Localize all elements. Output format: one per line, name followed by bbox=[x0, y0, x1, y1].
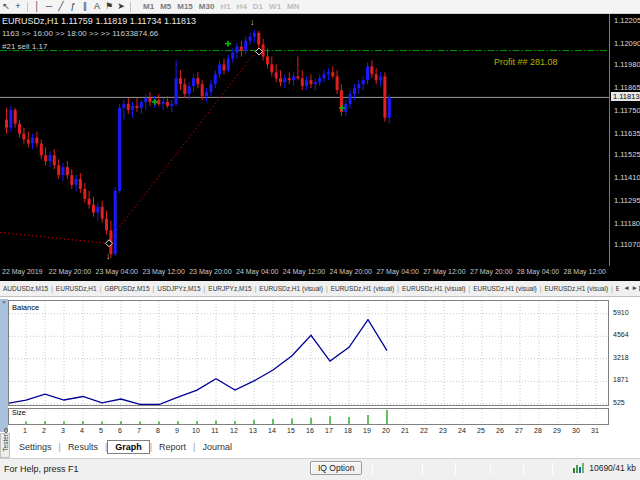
chart-tab[interactable]: EURUSDz,H1 (visual) bbox=[328, 285, 398, 292]
tester-tab-settings[interactable]: Settings bbox=[12, 441, 59, 453]
balance-graph-panel[interactable] bbox=[8, 300, 609, 406]
chart-tab[interactable]: AUDUSDz,M15 bbox=[0, 285, 51, 292]
price-tick: 1.11980 bbox=[614, 60, 640, 69]
trade-tick: 2 bbox=[38, 427, 50, 434]
fibonacci-icon[interactable]: ƒ bbox=[67, 0, 79, 13]
arrows-icon[interactable]: ➤ bbox=[115, 0, 127, 13]
time-tick: 28 May 12:00 bbox=[564, 268, 606, 275]
horizontal-line-icon[interactable]: ─ bbox=[43, 0, 55, 13]
timeframe-m1[interactable]: M1 bbox=[143, 2, 154, 11]
time-tick: 27 May 04:00 bbox=[376, 268, 418, 275]
toolbar-separator bbox=[27, 2, 28, 12]
time-tick: 23 May 04:00 bbox=[96, 268, 138, 275]
price-tick: 1.11295 bbox=[614, 196, 640, 205]
tester-tab-report[interactable]: Report bbox=[152, 441, 193, 453]
text-icon[interactable]: A bbox=[91, 0, 103, 13]
trade-tick: 28 bbox=[532, 427, 544, 434]
trade-tick: 10 bbox=[190, 427, 202, 434]
timeframe-m5[interactable]: M5 bbox=[160, 2, 171, 11]
scroll-left-icon[interactable]: ◄ bbox=[623, 284, 629, 291]
trade-tick: 22 bbox=[418, 427, 430, 434]
panel-edge[interactable]: × bbox=[0, 299, 8, 432]
chart-tab-bar: AUDUSDz,M15|EURUSDz,H1|GBPUSDz,M15|USDJP… bbox=[0, 281, 640, 297]
time-tick: 28 May 04:00 bbox=[517, 268, 559, 275]
tester-tab-journal[interactable]: Journal bbox=[195, 441, 239, 453]
chart-tab[interactable]: EURUSDz,H1 bbox=[53, 285, 100, 292]
chart-tab[interactable]: EURUSDz,H1 (visual) bbox=[399, 285, 469, 292]
trade-tick: 15 bbox=[285, 427, 297, 434]
time-tick: 24 May 20:00 bbox=[330, 268, 372, 275]
balance-tick: 3218 bbox=[613, 354, 629, 361]
trade-tick: 31 bbox=[589, 427, 601, 434]
arrow-marker: ↓ bbox=[250, 17, 255, 27]
chart-tab[interactable]: EURUSDz,H1 (visual) bbox=[256, 285, 326, 292]
trade-tick: 7 bbox=[133, 427, 145, 434]
diamond-marker bbox=[256, 48, 263, 55]
help-text: For Help, press F1 bbox=[4, 464, 79, 474]
trade-tick: 24 bbox=[456, 427, 468, 434]
timeframe-m30[interactable]: M30 bbox=[199, 2, 215, 11]
size-label: Size bbox=[12, 409, 26, 416]
trade-tick: 23 bbox=[437, 427, 449, 434]
time-tick: 22 May 2019 bbox=[2, 268, 42, 275]
channel-icon[interactable]: ∥ bbox=[79, 0, 91, 13]
mt4-window: ↖+│─╱ƒ∥A⚑➤ M1M5M15M30H1H4D1W1MN ↓↓ EURUS… bbox=[0, 0, 640, 480]
resource-usage: 10690/41 kb bbox=[573, 463, 636, 473]
tester-tab-graph[interactable]: Graph bbox=[107, 440, 150, 454]
timeframe-h4[interactable]: H4 bbox=[237, 2, 247, 11]
chart-tab[interactable]: EURUSDz,H1 (visual) bbox=[470, 285, 540, 292]
timeframe-mn[interactable]: MN bbox=[287, 2, 299, 11]
vertical-line-icon[interactable]: │ bbox=[31, 0, 43, 13]
scroll-right-icon[interactable]: ► bbox=[632, 284, 638, 291]
trade-tick: 6 bbox=[114, 427, 126, 434]
trade-tick: 18 bbox=[342, 427, 354, 434]
chart-tab[interactable]: USDJPYz,M15 bbox=[154, 285, 203, 292]
timeframe-w1[interactable]: W1 bbox=[269, 2, 281, 11]
price-tick: 1.11635 bbox=[614, 129, 640, 138]
balance-label: Balance bbox=[12, 303, 39, 312]
price-tick: 1.11865 bbox=[614, 83, 640, 92]
time-tick: 27 May 20:00 bbox=[470, 268, 512, 275]
trade-tick: 12 bbox=[228, 427, 240, 434]
timeframe-m15[interactable]: M15 bbox=[177, 2, 193, 11]
candles bbox=[5, 30, 391, 258]
timeframe-d1[interactable]: D1 bbox=[253, 2, 263, 11]
balance-tick: 1871 bbox=[613, 376, 629, 383]
trendline-icon[interactable]: ╱ bbox=[55, 0, 67, 13]
cursor-icon[interactable]: ↖ bbox=[0, 0, 12, 13]
chart-header-quote: EURUSDz,H1 1.11759 1.11819 1.11734 1.118… bbox=[2, 16, 196, 26]
size-graph-panel[interactable] bbox=[8, 408, 609, 425]
time-tick: 23 May 12:00 bbox=[142, 268, 184, 275]
resource-label: 10690/41 kb bbox=[589, 463, 636, 473]
time-tick: 24 May 04:00 bbox=[236, 268, 278, 275]
timeframe-h1[interactable]: H1 bbox=[220, 2, 230, 11]
toolbar-icons: ↖+│─╱ƒ∥A⚑➤ bbox=[0, 0, 134, 13]
trade-tick: 3 bbox=[57, 427, 69, 434]
price-scale: 1.122051.120901.119801.118651.117501.116… bbox=[609, 14, 640, 266]
chart-tab[interactable]: EURUSDz,H1 (visual) bbox=[541, 285, 611, 292]
trade-tick: 9 bbox=[171, 427, 183, 434]
price-tick: 1.11070 bbox=[614, 240, 640, 249]
time-tick: 23 May 20:00 bbox=[189, 268, 231, 275]
histogram-icon bbox=[573, 463, 586, 473]
trade-tick: 26 bbox=[494, 427, 506, 434]
price-tick: 1.11180 bbox=[614, 219, 640, 228]
open-position-label: #21 sell 1.17 bbox=[2, 42, 47, 51]
trade-tick: 4 bbox=[76, 427, 88, 434]
chart-tab[interactable]: EURJPYz,M15 bbox=[205, 285, 254, 292]
candlestick-plot: ↓↓ bbox=[0, 14, 610, 266]
balance-plot bbox=[9, 301, 608, 405]
chart-tab[interactable]: GBPUSDz,M15 bbox=[101, 285, 152, 292]
tester-tab-results[interactable]: Results bbox=[61, 441, 105, 453]
price-chart[interactable]: ↓↓ EURUSDz,H1 1.11759 1.11819 1.11734 1.… bbox=[0, 14, 640, 281]
toolbar: ↖+│─╱ƒ∥A⚑➤ M1M5M15M30H1H4D1W1MN bbox=[0, 0, 640, 14]
trade-tick: 27 bbox=[513, 427, 525, 434]
status-bar: For Help, press F1 IQ Option 10690/41 kb bbox=[0, 458, 640, 480]
time-tick: 22 May 20:00 bbox=[49, 268, 91, 275]
trade-tick: 25 bbox=[475, 427, 487, 434]
trade-tick: 8 bbox=[152, 427, 164, 434]
broker-button[interactable]: IQ Option bbox=[310, 461, 362, 475]
crosshair-icon[interactable]: + bbox=[12, 0, 24, 13]
tester-side-tab[interactable]: Tester bbox=[0, 433, 10, 458]
label-icon[interactable]: ⚑ bbox=[103, 0, 115, 13]
